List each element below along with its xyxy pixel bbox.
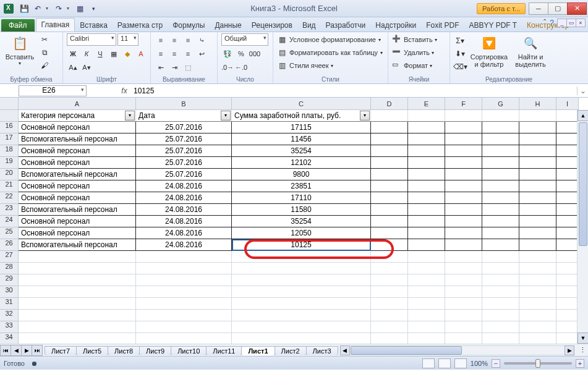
format-as-table-button[interactable]: ▤Форматировать как таблицу▾ xyxy=(277,46,383,59)
cell[interactable]: 24.08.2016 xyxy=(136,227,232,239)
cell[interactable] xyxy=(482,310,519,321)
cell[interactable] xyxy=(556,204,579,216)
cell[interactable] xyxy=(519,157,556,169)
cell[interactable] xyxy=(371,192,408,204)
cell[interactable] xyxy=(408,180,445,192)
cell[interactable] xyxy=(519,192,556,204)
cell[interactable]: 24.08.2016 xyxy=(136,204,232,216)
shrink-font-button[interactable]: A▾ xyxy=(80,62,93,73)
cell[interactable]: Основной персонал xyxy=(19,145,136,157)
align-top-button[interactable]: ≡ xyxy=(155,35,167,46)
col-header-A[interactable]: A xyxy=(19,98,136,110)
row-header[interactable]: 30 xyxy=(0,286,19,298)
row-header[interactable]: 22 xyxy=(0,192,19,204)
fx-button[interactable]: fx xyxy=(117,87,131,95)
select-all-corner[interactable] xyxy=(0,98,19,110)
cell[interactable] xyxy=(371,239,408,251)
row-header[interactable]: 27 xyxy=(0,251,19,263)
help-icon[interactable]: ? xyxy=(550,19,554,27)
cell[interactable] xyxy=(232,263,371,274)
cell[interactable] xyxy=(519,310,556,321)
row-header[interactable]: 19 xyxy=(0,157,19,169)
percent-button[interactable]: % xyxy=(235,48,247,59)
sheet-tab[interactable]: Лист3 xyxy=(306,346,338,355)
cell[interactable] xyxy=(232,274,371,286)
undo-dropdown-icon[interactable]: ▾ xyxy=(46,6,51,11)
cell[interactable]: 25.07.2016 xyxy=(136,169,232,180)
cell[interactable] xyxy=(445,110,482,122)
cell[interactable] xyxy=(556,251,579,263)
cell[interactable] xyxy=(232,333,371,344)
cell[interactable] xyxy=(445,274,482,286)
cell[interactable] xyxy=(445,204,482,216)
cell[interactable] xyxy=(371,145,408,157)
filter-button[interactable]: ▾ xyxy=(360,111,370,121)
align-right-button[interactable]: ≡ xyxy=(182,48,194,59)
paste-button[interactable]: 📋 Вставить ▾ xyxy=(4,33,36,66)
cell[interactable] xyxy=(519,180,556,192)
sheet-tab[interactable]: Лист9 xyxy=(139,346,171,355)
view-page-break-button[interactable] xyxy=(454,358,467,368)
cell[interactable] xyxy=(19,274,136,286)
active-cell[interactable]: 10125 xyxy=(232,239,371,251)
cell[interactable] xyxy=(482,145,519,157)
font-size-select[interactable]: 11 xyxy=(117,33,138,46)
grow-font-button[interactable]: A▴ xyxy=(67,62,79,73)
scroll-down-button[interactable]: ▼ xyxy=(577,333,588,344)
cell[interactable]: 12050 xyxy=(232,227,371,239)
cell[interactable] xyxy=(19,333,136,344)
orientation-button[interactable]: ⤷ xyxy=(195,35,208,46)
cell[interactable] xyxy=(408,263,445,274)
sheet-nav-prev[interactable]: ◀ xyxy=(11,345,22,356)
cell[interactable] xyxy=(519,204,556,216)
cell[interactable] xyxy=(556,263,579,274)
col-header-E[interactable]: E xyxy=(408,98,445,110)
row-header[interactable]: 25 xyxy=(0,227,19,239)
cell[interactable] xyxy=(482,263,519,274)
mdi-minimize-button[interactable]: _ xyxy=(557,19,567,27)
cell[interactable] xyxy=(482,180,519,192)
tab-abbyy[interactable]: ABBYY PDF T xyxy=(464,19,522,32)
cell[interactable]: 11580 xyxy=(232,204,371,216)
cell[interactable] xyxy=(232,251,371,263)
row-header[interactable]: 28 xyxy=(0,263,19,274)
cell[interactable] xyxy=(556,333,579,344)
cell[interactable]: 11456 xyxy=(232,133,371,145)
cell[interactable] xyxy=(232,286,371,298)
cell[interactable] xyxy=(445,251,482,263)
clear-button[interactable]: ⌫▾ xyxy=(454,61,466,73)
cell[interactable] xyxy=(482,204,519,216)
conditional-format-button[interactable]: ▦Условное форматирование▾ xyxy=(277,33,381,46)
cell[interactable] xyxy=(482,157,519,169)
cell[interactable] xyxy=(136,310,232,321)
cell[interactable] xyxy=(482,321,519,333)
col-header-H[interactable]: H xyxy=(519,98,556,110)
cell[interactable] xyxy=(482,192,519,204)
view-normal-button[interactable] xyxy=(422,358,435,368)
cell[interactable] xyxy=(371,180,408,192)
cell[interactable] xyxy=(556,298,579,310)
expand-formula-bar-button[interactable]: ⌄ xyxy=(577,87,588,95)
cell[interactable] xyxy=(408,321,445,333)
cell[interactable]: 25.07.2016 xyxy=(136,145,232,157)
col-header-F[interactable]: F xyxy=(445,98,482,110)
minimize-button[interactable]: ─ xyxy=(529,2,548,15)
decrease-indent-button[interactable]: ⇤ xyxy=(155,62,167,73)
cell[interactable] xyxy=(408,216,445,227)
cell[interactable] xyxy=(408,298,445,310)
tab-page-layout[interactable]: Разметка стр xyxy=(113,19,168,32)
format-painter-icon[interactable]: 🖌 xyxy=(38,59,51,72)
vertical-scrollbar[interactable]: ▲ ▼ xyxy=(577,110,588,344)
cell[interactable] xyxy=(519,333,556,344)
number-format-select[interactable]: Общий xyxy=(221,33,268,46)
cell[interactable] xyxy=(519,298,556,310)
decrease-decimal-button[interactable]: ←.0 xyxy=(235,62,247,73)
cell[interactable]: 25.07.2016 xyxy=(136,122,232,133)
cell[interactable] xyxy=(556,122,579,133)
cell[interactable]: 35254 xyxy=(232,145,371,157)
tab-insert[interactable]: Вставка xyxy=(75,19,113,32)
cell[interactable]: 9800 xyxy=(232,169,371,180)
cell[interactable] xyxy=(408,239,445,251)
cell[interactable] xyxy=(136,298,232,310)
filter-button[interactable]: ▾ xyxy=(221,111,231,121)
